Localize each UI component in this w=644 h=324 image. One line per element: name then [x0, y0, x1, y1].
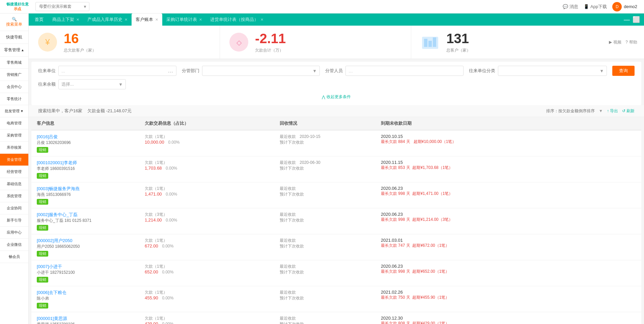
td-collect-2: 最近收款 预计下次收款	[274, 182, 375, 208]
filter-from-unit: 往来单位 ... …	[38, 66, 176, 76]
td-due-5: 2020.06.23 最长欠款 998 天 超期¥652.00（1笔）	[375, 260, 641, 286]
branch-person-label: 分管人员	[325, 68, 343, 74]
branch-dept-label: 分管部门	[182, 68, 199, 74]
data-table: 客户信息 欠款交易信息（占比） 回收情况 到期未收款日期 [0016]吕俊 吕俊…	[31, 117, 641, 324]
td-due-6: 2021.02.26 最长欠款 750 天 超期¥455.90（1笔）	[375, 286, 641, 312]
balance-chevron: ▼	[118, 82, 123, 87]
stats-bar: ¥ 16 总欠款客户（家） ◇	[29, 26, 644, 59]
sidebar-item-search-menu[interactable]: 🔍 搜索菜单	[0, 13, 28, 31]
tab-import-stats[interactable]: 进货单统计表（按商品） ✕	[206, 13, 268, 26]
video-btn[interactable]: ▶ 视频	[609, 39, 621, 45]
td-collect-4: 最近收款 预计下次收款	[274, 234, 375, 260]
td-customer-3: [0002]服务中心_丁磊 服务中心_丁磊 181 0125 8371 现销	[31, 208, 139, 234]
debt-amount-number: -2.11	[255, 31, 286, 46]
username: demo2	[624, 4, 637, 9]
filter-branch-dept: 分管部门 ▼	[182, 66, 320, 76]
tab-home[interactable]: 首页	[30, 17, 48, 23]
tab-customer-account[interactable]: 客户账本 ✕	[132, 13, 162, 26]
sidebar-item-vip-member[interactable]: 畅会员	[0, 251, 28, 263]
tab-close-purchase-order[interactable]: ✕	[199, 18, 202, 22]
balance-input[interactable]: 选择... ▼	[58, 79, 126, 89]
customer-id-0[interactable]: [0016]吕俊	[37, 134, 134, 140]
filter-from-unit-category: 往来单位分类 ▼	[469, 66, 607, 76]
sidebar: 🔍 搜索菜单 快捷导航 零售管理 ▲ 零售商城 营销推广 会员中心 零售统计	[0, 13, 29, 324]
sidebar-item-member-center[interactable]: 会员中心	[0, 81, 28, 93]
td-debt-7: 欠款（1笔） 429.00 0.00%	[139, 312, 274, 324]
sidebar-item-retail-mgmt[interactable]: 零售管理 ▲	[0, 44, 28, 57]
table-row: [0016]吕俊 吕俊 13026203696 现销 欠款（1笔） 10,000…	[31, 130, 641, 156]
results-text: 搜索结果中，客户16家 欠款金额 -21,148.07元	[38, 108, 132, 114]
th-due-date: 到期未收款日期	[375, 117, 641, 130]
tab-production-history[interactable]: 产成品入库单历史 ✕	[83, 13, 132, 26]
sidebar-item-purchase-mgmt[interactable]: 采购管理	[0, 129, 28, 142]
sidebar-item-new-guide[interactable]: 新手引导	[0, 214, 28, 227]
customer-id-1[interactable]: [0001020001]李老师	[37, 160, 134, 166]
svg-text:◇: ◇	[236, 39, 242, 46]
sidebar-item-marketing[interactable]: 营销推广	[0, 69, 28, 81]
stat-actions: ▶ 视频 ? 帮助	[602, 26, 644, 59]
td-due-1: 2020.11.15 最长欠款 853 天 超期¥1,703.68（1笔）	[375, 156, 641, 182]
td-due-3: 2020.06.23 最长欠款 998 天 超期¥1,214.00（3笔）	[375, 208, 641, 234]
user-avatar-button[interactable]: D demo2	[612, 2, 637, 11]
tab-close-import-stats[interactable]: ✕	[260, 18, 263, 22]
industry-selector[interactable]: 母婴行业演示账套 ▼	[35, 2, 89, 11]
td-customer-2: [0003]畅捷服务尹海燕 海燕 18513066976 现销	[31, 182, 139, 208]
td-collect-6: 最近收款 预计下次收款	[274, 286, 375, 312]
sidebar-item-system-mgmt[interactable]: 系统管理	[0, 190, 28, 202]
th-debt-info: 欠款交易信息（占比）	[139, 117, 274, 130]
maximize-button[interactable]: ⬜	[633, 16, 640, 23]
stat-text-total-customers: 131 总客户（家）	[446, 31, 471, 53]
debt-customers-label: 总欠款客户（家）	[64, 48, 96, 53]
sidebar-item-inventory[interactable]: 库存核算	[0, 142, 28, 154]
export-button[interactable]: ↑ 导出	[607, 108, 618, 114]
td-debt-0: 欠款（1笔） 10,000.00 0.00%	[139, 130, 274, 156]
branch-person-input[interactable]: …	[345, 66, 464, 76]
tab-close-customer-account[interactable]: ✕	[155, 18, 158, 22]
debt-pct-0: 0.00%	[168, 140, 179, 145]
tab-purchase-order[interactable]: 采购订单统计表 ✕	[162, 13, 206, 26]
sidebar-item-finance[interactable]: 资金管理	[0, 154, 28, 166]
debt-customers-number: 16	[64, 31, 96, 46]
sidebar-item-retail-stats[interactable]: 零售统计	[0, 93, 28, 105]
collapse-button[interactable]: ⋀ 收起更多条件	[38, 93, 635, 101]
industry-chevron-icon: ▼	[83, 4, 87, 9]
tab-close-product-off[interactable]: ✕	[76, 18, 79, 22]
from-unit-input[interactable]: ... …	[58, 66, 176, 76]
top-right-area: 💬 消息 📱 App下载 D demo2	[563, 2, 640, 11]
td-customer-0: [0016]吕俊 吕俊 13026203696 现销	[31, 130, 139, 156]
branch-dept-input[interactable]: ▼	[202, 66, 320, 76]
overdue-link-0[interactable]: 超期¥10,000.00（1笔）	[414, 139, 456, 144]
help-btn[interactable]: ? 帮助	[625, 39, 637, 45]
tab-product-off[interactable]: 商品上下架 ✕	[48, 13, 83, 26]
sidebar-item-enterprise-collab[interactable]: 企业协同	[0, 202, 28, 214]
th-customer-info: 客户信息	[31, 117, 139, 130]
search-button[interactable]: 查询	[612, 66, 635, 76]
sidebar-item-ecommerce[interactable]: 电商管理	[0, 117, 28, 129]
tab-close-production-history[interactable]: ✕	[124, 18, 128, 22]
table-row: [0001020001]李老师 李老师 18600391516 现销 欠款（1笔…	[31, 156, 641, 182]
sidebar-item-quick-nav[interactable]: 快捷导航	[0, 31, 28, 44]
refresh-button[interactable]: ↺ 刷新	[622, 108, 635, 114]
sidebar-item-basic-info[interactable]: 基础信息	[0, 178, 28, 190]
td-customer-4: [000002]用户2050 用户2050 18665062050 现销	[31, 234, 139, 260]
sidebar-item-ops-mgmt[interactable]: 经营管理	[0, 166, 28, 178]
sidebar-item-enterprise-wechat[interactable]: 企业微信	[0, 239, 28, 251]
stat-text-debt-customers: 16 总欠款客户（家）	[64, 31, 96, 53]
sort-chevron-icon: ▼	[599, 109, 603, 113]
stat-debt-customers: ¥ 16 总欠款客户（家）	[29, 26, 220, 59]
message-button[interactable]: 💬 消息	[563, 4, 578, 10]
table-row: [0003]畅捷服务尹海燕 海燕 18513066976 现销 欠款（1笔） 1…	[31, 182, 641, 208]
sidebar-item-app-center[interactable]: 应用中心	[0, 227, 28, 239]
sidebar-item-retail-mall[interactable]: 零售商城	[0, 57, 28, 69]
minimize-button[interactable]: —	[624, 16, 630, 23]
td-collect-1: 最近收款 2020-06-30 预计下次收款	[274, 156, 375, 182]
from-unit-dots[interactable]: …	[168, 68, 173, 74]
app-download-button[interactable]: 📱 App下载	[584, 4, 607, 10]
branch-dept-chevron: ▼	[312, 68, 317, 73]
svg-rect-7	[433, 37, 436, 47]
from-unit-category-input[interactable]: ▼	[498, 66, 607, 76]
td-due-7: 2020.12.30 最长欠款 808 天 超期¥429.00（1笔）	[375, 312, 641, 324]
sidebar-item-batch-mgmt[interactable]: 批发管理 ▼	[0, 105, 28, 117]
stat-text-debt-amount: -2.11 欠款合计（万）	[255, 31, 286, 53]
refresh-icon: ↺	[622, 109, 625, 113]
